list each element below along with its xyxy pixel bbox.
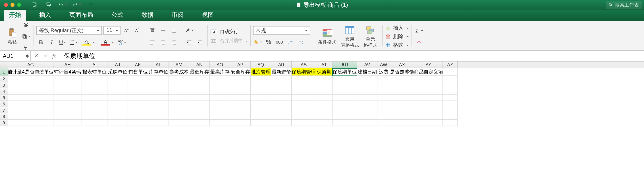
cell-AR9[interactable] bbox=[271, 120, 292, 126]
col-header-AW[interactable]: AW bbox=[377, 62, 390, 68]
col-header-AR[interactable]: AR bbox=[271, 62, 292, 68]
formula-input[interactable]: 保质期单位 bbox=[61, 52, 644, 60]
cell-AX2[interactable] bbox=[390, 76, 414, 82]
col-header-AU[interactable]: AU bbox=[333, 62, 357, 68]
cell-AK8[interactable] bbox=[128, 113, 148, 120]
cell-AV1[interactable]: 建档日期 bbox=[357, 68, 377, 76]
cell-AM1[interactable]: 参考成本 bbox=[169, 68, 189, 76]
tab-视图[interactable]: 视图 bbox=[197, 9, 219, 21]
cell-AP9[interactable] bbox=[230, 120, 251, 126]
cell-AU5[interactable] bbox=[333, 95, 357, 101]
cell-AV6[interactable] bbox=[357, 101, 377, 107]
cell-AT1[interactable]: 保质期 bbox=[316, 68, 333, 76]
align-bottom-button[interactable] bbox=[169, 26, 178, 35]
cell-AU7[interactable] bbox=[333, 107, 357, 113]
cell-AK6[interactable] bbox=[128, 101, 148, 107]
copy-button[interactable] bbox=[22, 32, 31, 41]
cell-AI3[interactable] bbox=[82, 82, 107, 88]
align-left-button[interactable] bbox=[148, 38, 157, 47]
cell-AN1[interactable]: 最低库存 bbox=[189, 68, 210, 76]
redo-button[interactable] bbox=[72, 0, 81, 9]
align-right-button[interactable] bbox=[169, 38, 178, 47]
cell-AS3[interactable] bbox=[292, 82, 316, 88]
cell-AO1[interactable]: 最高库存 bbox=[210, 68, 230, 76]
table-format-button[interactable]: 套用 表格格式 bbox=[338, 24, 361, 49]
cell-AQ5[interactable] bbox=[251, 95, 271, 101]
tab-插入[interactable]: 插入 bbox=[34, 9, 56, 21]
cell-AG2[interactable] bbox=[8, 76, 53, 82]
bold-button[interactable]: B bbox=[36, 38, 45, 47]
cell-AK7[interactable] bbox=[128, 107, 148, 113]
orientation-button[interactable]: ab bbox=[185, 26, 194, 35]
cell-AW9[interactable] bbox=[377, 120, 390, 126]
cell-AQ3[interactable] bbox=[251, 82, 271, 88]
print-icon[interactable] bbox=[44, 0, 53, 9]
cell-AW7[interactable] bbox=[377, 107, 390, 113]
align-middle-button[interactable] bbox=[159, 26, 168, 35]
col-header-AO[interactable]: AO bbox=[210, 62, 230, 68]
cell-AV7[interactable] bbox=[357, 107, 377, 113]
cell-AW5[interactable] bbox=[377, 95, 390, 101]
cell-AH3[interactable] bbox=[53, 82, 82, 88]
font-size-select[interactable]: 11 bbox=[103, 26, 121, 35]
cell-AI5[interactable] bbox=[82, 95, 107, 101]
cell-AL7[interactable] bbox=[148, 107, 169, 113]
col-header-AZ[interactable]: AZ bbox=[443, 62, 458, 68]
cell-AL9[interactable] bbox=[148, 120, 169, 126]
decrease-font-button[interactable]: A bbox=[133, 26, 142, 35]
cell-AH8[interactable] bbox=[53, 113, 82, 120]
cell-AX4[interactable] bbox=[390, 88, 414, 95]
cell-AG7[interactable] bbox=[8, 107, 53, 113]
cell-AZ7[interactable] bbox=[443, 107, 458, 113]
cell-AJ8[interactable] bbox=[107, 113, 128, 120]
wrap-text-button[interactable]: 自动换行 bbox=[210, 29, 248, 35]
decrease-indent-button[interactable] bbox=[185, 38, 194, 47]
cell-AM6[interactable] bbox=[169, 101, 189, 107]
col-header-AM[interactable]: AM bbox=[169, 62, 189, 68]
select-all-corner[interactable] bbox=[0, 62, 8, 68]
cell-AI1[interactable]: 报表辅单位 bbox=[82, 68, 107, 76]
cell-AV3[interactable] bbox=[357, 82, 377, 88]
cell-AL1[interactable]: 库存单位 bbox=[148, 68, 169, 76]
cell-AQ4[interactable] bbox=[251, 88, 271, 95]
merge-center-button[interactable]: 合并后居中 bbox=[210, 38, 248, 44]
comma-style-button[interactable]: 000 bbox=[275, 38, 284, 47]
cell-AH4[interactable] bbox=[53, 88, 82, 95]
cell-AK4[interactable] bbox=[128, 88, 148, 95]
tab-开始[interactable]: 开始 bbox=[4, 9, 26, 21]
increase-indent-button[interactable] bbox=[196, 38, 205, 47]
row-header-3[interactable]: 3 bbox=[0, 82, 8, 88]
conditional-format-button[interactable]: ≠ 条件格式 bbox=[316, 27, 338, 46]
cell-AP4[interactable] bbox=[230, 88, 251, 95]
cell-AL8[interactable] bbox=[148, 113, 169, 120]
cell-AK1[interactable]: 销售单位 bbox=[128, 68, 148, 76]
cell-AN3[interactable] bbox=[189, 82, 210, 88]
cell-AK9[interactable] bbox=[128, 120, 148, 126]
cell-AM3[interactable] bbox=[169, 82, 189, 88]
cell-AQ2[interactable] bbox=[251, 76, 271, 82]
confirm-edit-button[interactable] bbox=[43, 53, 48, 59]
cell-AO2[interactable] bbox=[210, 76, 230, 82]
cell-AQ7[interactable] bbox=[251, 107, 271, 113]
col-header-AY[interactable]: AY bbox=[414, 62, 443, 68]
cell-AU6[interactable] bbox=[333, 101, 357, 107]
cell-AX8[interactable] bbox=[390, 113, 414, 120]
cell-AR1[interactable]: 最新进价 bbox=[271, 68, 292, 76]
autosum-button[interactable]: Σ bbox=[414, 26, 423, 35]
name-box[interactable]: AU1 bbox=[0, 51, 31, 61]
cell-AY2[interactable] bbox=[414, 76, 443, 82]
cell-AG4[interactable] bbox=[8, 88, 53, 95]
cell-AI8[interactable] bbox=[82, 113, 107, 120]
cell-AN7[interactable] bbox=[189, 107, 210, 113]
cell-AR6[interactable] bbox=[271, 101, 292, 107]
cell-AW4[interactable] bbox=[377, 88, 390, 95]
cell-AW8[interactable] bbox=[377, 113, 390, 120]
cell-AI6[interactable] bbox=[82, 101, 107, 107]
cell-AS5[interactable] bbox=[292, 95, 316, 101]
cell-AM4[interactable] bbox=[169, 88, 189, 95]
cell-AT2[interactable] bbox=[316, 76, 333, 82]
border-button[interactable] bbox=[69, 38, 78, 47]
cell-AP6[interactable] bbox=[230, 101, 251, 107]
cell-AG3[interactable] bbox=[8, 82, 53, 88]
cell-AN8[interactable] bbox=[189, 113, 210, 120]
